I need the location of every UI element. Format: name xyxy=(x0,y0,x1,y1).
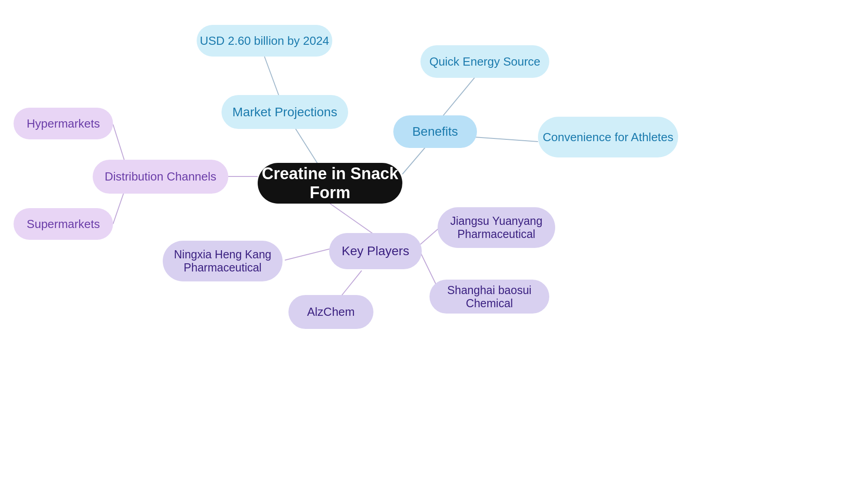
ningxia-label: Ningxia Heng Kang Pharmaceutical xyxy=(163,248,283,274)
svg-line-8 xyxy=(330,204,375,235)
usd-node: USD 2.60 billion by 2024 xyxy=(197,25,332,57)
svg-line-4 xyxy=(475,137,538,142)
convenience-node: Convenience for Athletes xyxy=(538,117,678,157)
center-node: Creatine in Snack Form xyxy=(258,163,402,204)
shanghai-node: Shanghai baosui Chemical xyxy=(429,280,549,314)
svg-line-9 xyxy=(285,249,330,260)
hypermarkets-node: Hypermarkets xyxy=(14,108,113,139)
distribution-channels-node: Distribution Channels xyxy=(93,160,228,194)
key-players-label: Key Players xyxy=(342,244,409,258)
shanghai-label: Shanghai baosui Chemical xyxy=(429,284,549,310)
supermarkets-node: Supermarkets xyxy=(14,208,113,240)
benefits-label: Benefits xyxy=(412,124,458,139)
ningxia-node: Ningxia Heng Kang Pharmaceutical xyxy=(163,241,283,281)
benefits-node: Benefits xyxy=(393,115,477,148)
quick-energy-label: Quick Energy Source xyxy=(429,55,541,69)
supermarkets-label: Supermarkets xyxy=(27,217,100,231)
alzChem-label: AlzChem xyxy=(307,305,354,319)
quick-energy-node: Quick Energy Source xyxy=(420,45,549,78)
key-players-node: Key Players xyxy=(329,233,422,269)
jiangsu-node: Jiangsu Yuanyang Pharmaceutical xyxy=(438,207,555,248)
alzChem-node: AlzChem xyxy=(288,295,373,329)
svg-line-10 xyxy=(420,228,439,244)
convenience-label: Convenience for Athletes xyxy=(542,130,673,144)
jiangsu-label: Jiangsu Yuanyang Pharmaceutical xyxy=(438,214,555,241)
center-label: Creatine in Snack Form xyxy=(258,164,402,202)
hypermarkets-label: Hypermarkets xyxy=(27,117,100,131)
market-projections-node: Market Projections xyxy=(222,95,348,129)
usd-label: USD 2.60 billion by 2024 xyxy=(200,34,329,48)
market-projections-label: Market Projections xyxy=(232,105,337,119)
distribution-channels-label: Distribution Channels xyxy=(104,170,216,184)
